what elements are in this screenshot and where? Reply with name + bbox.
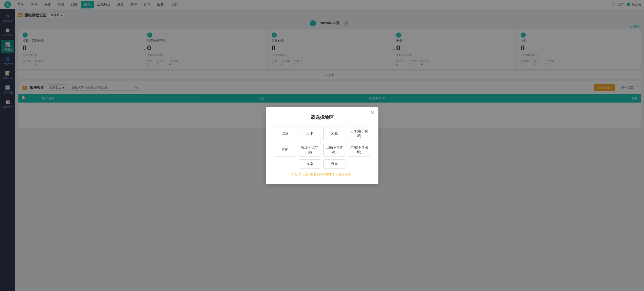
note-icon: ! [291, 173, 294, 176]
region-select-modal: ✕ 请选择地区 北京 天津 河北 上海(电子税局) 江苏 浙江(不含宁波) 山东… [266, 107, 378, 184]
region-btn-zhejiang[interactable]: 浙江(不含宁波) [299, 143, 321, 157]
region-btn-shandong[interactable]: 山东(不含青岛) [323, 143, 346, 157]
region-btn-beijing[interactable]: 北京 [274, 127, 296, 140]
region-btn-hainan[interactable]: 海南 [299, 159, 321, 169]
modal-overlay[interactable]: ✕ 请选择地区 北京 天津 河北 上海(电子税局) 江苏 浙江(不含宁波) 山东… [0, 0, 644, 291]
region-btn-tianjin[interactable]: 天津 [299, 127, 321, 140]
modal-note-text: 除以上地区外其他地区暂不支持报税检查！ [295, 173, 354, 177]
region-btn-hebei[interactable]: 河北 [323, 127, 346, 140]
region-btn-jiangsu[interactable]: 江苏 [274, 143, 296, 157]
modal-region-grid-row2: 江苏 浙江(不含宁波) 山东(不含青岛) 广东(不含深圳) [274, 143, 370, 157]
region-btn-shanghai[interactable]: 上海(电子税局) [348, 127, 370, 140]
modal-note: ! 除以上地区外其他地区暂不支持报税检查！ [274, 173, 370, 177]
modal-region-grid-row3: 海南 云南 [274, 159, 370, 169]
region-btn-yunnan[interactable]: 云南 [323, 159, 345, 169]
region-btn-guangdong[interactable]: 广东(不含深圳) [348, 143, 370, 157]
modal-close-button[interactable]: ✕ [370, 110, 374, 115]
modal-title: 请选择地区 [274, 114, 370, 120]
modal-region-grid-row1: 北京 天津 河北 上海(电子税局) [274, 127, 370, 140]
